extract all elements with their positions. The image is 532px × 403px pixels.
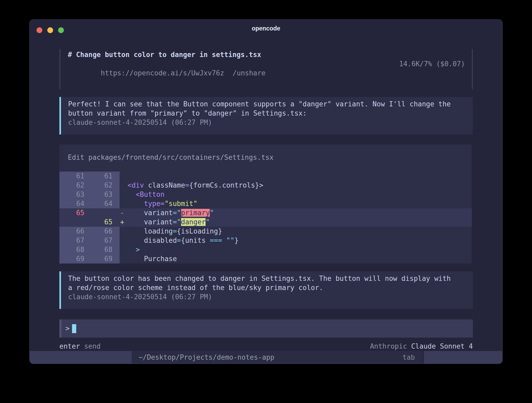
code-line: variant="primary": [127, 208, 214, 218]
diff-marker: [120, 190, 127, 199]
code-line: <div className={formCs.controls}>: [127, 181, 263, 190]
line-number-new: 63: [88, 190, 120, 199]
diff-rows: 61616262<div className={formCs.controls}…: [59, 172, 472, 264]
diff-card: Edit packages/frontend/src/containers/Se…: [59, 144, 472, 264]
line-number-new: 66: [88, 227, 120, 236]
line-number-old: 65: [59, 208, 88, 218]
prompt-symbol: >: [65, 324, 70, 333]
mode-key-hint: tab: [403, 351, 422, 364]
line-number-new: 68: [88, 245, 120, 254]
diff-marker: +: [120, 218, 127, 227]
share-header: # Change button color to danger in setti…: [59, 49, 473, 89]
zoom-button[interactable]: [58, 27, 64, 33]
diff-row: 6868 >: [59, 245, 472, 254]
close-button[interactable]: [37, 27, 42, 33]
unshare-command[interactable]: /unshare: [233, 69, 265, 77]
line-number-new: 62: [88, 181, 120, 190]
line-number-new: 67: [88, 236, 120, 245]
diff-marker: [120, 172, 127, 181]
line-number-old: [59, 218, 88, 227]
diff-marker: [120, 245, 127, 254]
provider-label: Anthropic: [370, 342, 411, 350]
hint-send-label: send: [80, 342, 100, 350]
code-line: variant="danger": [127, 218, 210, 227]
code-line: >: [127, 245, 140, 254]
diff-marker: [120, 236, 127, 245]
code-line: disabled={units === ""}: [127, 236, 239, 245]
diff-marker: [120, 199, 127, 208]
line-number-new: 64: [88, 199, 120, 208]
diff-row: 6363 <Button: [59, 190, 472, 199]
line-number-new: [88, 208, 120, 218]
diff-row: 6666 loading={isLoading}: [59, 227, 472, 236]
project-path: ~/Desktop/Projects/demo-notes-app: [139, 351, 274, 364]
diff-row: 65+ variant="danger": [59, 218, 472, 227]
code-line: <Button: [127, 190, 165, 199]
text-cursor: [72, 324, 76, 333]
model-label: Claude Sonnet 4: [411, 342, 473, 350]
diff-row: 65- variant="primary": [59, 208, 472, 218]
message-meta: claude-sonnet-4-20250514 (06:27 PM): [68, 292, 465, 302]
diff-row: 6767 disabled={units === ""}: [59, 236, 472, 245]
diff-marker: -: [120, 208, 127, 218]
line-number-old: 69: [59, 254, 88, 264]
line-number-new: 61: [88, 172, 120, 181]
diff-header: Edit packages/frontend/src/containers/Se…: [59, 144, 472, 172]
hint-enter-key: enter: [59, 342, 80, 350]
code-line: Purchase: [127, 254, 177, 264]
mode-badge[interactable]: BUILD MODE: [422, 351, 502, 364]
message-block: The button color has been changed to dan…: [59, 271, 473, 309]
diff-row: 6464 type="submit": [59, 199, 472, 208]
message-block: Perfect! I can see that the Button compo…: [59, 97, 473, 135]
hint-row: enter send Anthropic Claude Sonnet 4: [59, 342, 473, 351]
code-line: type="submit": [127, 199, 197, 208]
message-meta: claude-sonnet-4-20250514 (06:27 PM): [68, 118, 465, 127]
line-number-old: 68: [59, 245, 88, 254]
app-window: opencode # Change button color to danger…: [29, 19, 503, 364]
titlebar: opencode: [30, 20, 502, 37]
message-text-line: Perfect! I can see that the Button compo…: [68, 100, 465, 109]
token-stats: 14.6K/7% ($0.07): [399, 59, 465, 87]
diff-row: 6161: [59, 172, 472, 181]
diff-marker: [120, 181, 127, 190]
session-title: # Change button color to danger in setti…: [68, 50, 465, 59]
message-text-line: The button color has been changed to dan…: [68, 274, 465, 283]
code-line: loading={isLoading}: [127, 227, 222, 236]
message-text-line: a red/rose color scheme instead of the b…: [68, 283, 465, 292]
line-number-old: 63: [59, 190, 88, 199]
message-text-line: button variant from "primary" to "danger…: [68, 109, 465, 118]
share-url[interactable]: https://opencode.ai/s/UwJxv76z: [101, 69, 224, 77]
line-number-new: 69: [88, 254, 120, 264]
prompt-input[interactable]: >: [59, 319, 473, 338]
line-number-old: 64: [59, 199, 88, 208]
app-version-segment: opencode v0.3.11: [30, 351, 132, 364]
line-number-old: 62: [59, 181, 88, 190]
diff-marker: [120, 254, 127, 264]
statusbar: opencode v0.3.11 ~/Desktop/Projects/demo…: [30, 351, 502, 364]
diff-marker: [120, 227, 127, 236]
diff-row: 6969 Purchase: [59, 254, 472, 264]
minimize-button[interactable]: [47, 27, 53, 33]
window-title: opencode: [30, 20, 502, 37]
line-number-old: 67: [59, 236, 88, 245]
line-number-new: 65: [88, 218, 120, 227]
line-number-old: 61: [59, 172, 88, 181]
line-number-old: 66: [59, 227, 88, 236]
diff-row: 6262<div className={formCs.controls}>: [59, 181, 472, 190]
traffic-lights: [37, 27, 64, 33]
